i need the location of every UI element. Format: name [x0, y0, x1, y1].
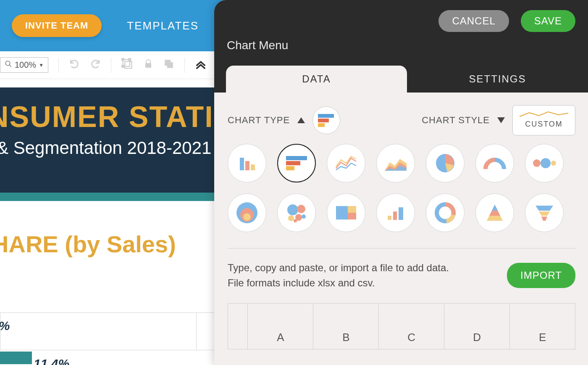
bar-segment — [0, 352, 32, 364]
sheet-col-header[interactable]: A — [247, 304, 313, 349]
svg-point-29 — [297, 205, 305, 213]
svg-rect-6 — [122, 65, 124, 67]
save-button[interactable]: SAVE — [521, 10, 575, 32]
svg-rect-9 — [318, 114, 334, 118]
chart-type-pie-icon[interactable] — [426, 144, 465, 182]
tab-data[interactable]: DATA — [226, 66, 407, 93]
panel-body: CHART TYPE CHART STYLE CUSTOM Type, cop — [214, 93, 588, 365]
section-heading: HARE (by Sales) — [0, 230, 176, 258]
panel-title: Chart Menu — [214, 32, 588, 52]
caret-down-icon: ▼ — [39, 62, 44, 68]
templates-link[interactable]: TEMPLATES — [127, 19, 199, 32]
data-sheet[interactable]: A B C D E — [228, 303, 575, 349]
svg-rect-39 — [399, 207, 403, 220]
svg-marker-43 — [492, 205, 498, 211]
heading-main: HARE — [0, 231, 58, 257]
svg-line-1 — [9, 65, 11, 67]
chart-type-pyramid-icon[interactable] — [475, 193, 514, 232]
svg-rect-10 — [318, 119, 329, 122]
caret-up-icon[interactable] — [297, 117, 305, 123]
svg-marker-45 — [539, 212, 550, 216]
svg-rect-15 — [286, 156, 307, 160]
tab-settings[interactable]: SETTINGS — [407, 66, 588, 93]
svg-rect-36 — [348, 213, 356, 220]
chart-style-custom-button[interactable]: CUSTOM — [512, 105, 575, 135]
import-row: Type, copy and paste, or import a file t… — [228, 260, 575, 291]
chart-type-donut-icon[interactable] — [426, 193, 465, 232]
chart-type-line-icon[interactable] — [327, 144, 365, 182]
svg-rect-17 — [286, 166, 294, 170]
svg-point-30 — [288, 215, 294, 221]
divider — [228, 248, 575, 249]
group-icon[interactable] — [121, 58, 133, 72]
chart-type-bubble-cloud-icon[interactable] — [277, 193, 316, 232]
svg-point-28 — [287, 204, 298, 215]
chart-type-multi-pie-icon[interactable] — [525, 144, 564, 182]
custom-label: CUSTOM — [525, 120, 563, 129]
invite-team-button[interactable]: INVITE TEAM — [12, 14, 102, 37]
divider — [184, 58, 185, 73]
data-label: 1% — [0, 319, 10, 333]
sheet-col-header[interactable]: C — [378, 304, 444, 349]
heading-sub-text: (by Sales) — [65, 231, 176, 257]
chart-type-row: CHART TYPE CHART STYLE CUSTOM — [228, 105, 575, 135]
svg-rect-3 — [125, 61, 131, 68]
divider — [111, 58, 111, 73]
copy-icon[interactable] — [163, 58, 174, 72]
svg-rect-16 — [286, 161, 300, 165]
sheet-col-header[interactable]: D — [444, 304, 509, 349]
svg-point-0 — [5, 61, 10, 66]
panel-tabs: DATA SETTINGS — [226, 66, 588, 93]
chart-type-funnel-icon[interactable] — [525, 193, 564, 232]
cancel-button[interactable]: CANCEL — [438, 10, 509, 32]
redo-icon[interactable] — [90, 58, 101, 72]
undo-icon[interactable] — [69, 58, 80, 72]
collapse-icon[interactable] — [195, 58, 207, 72]
sheet-col-header[interactable]: B — [313, 304, 378, 349]
svg-point-23 — [541, 158, 551, 168]
zoom-value: 100% — [15, 60, 36, 70]
import-hint: Type, copy and paste, or import a file t… — [228, 260, 449, 291]
chart-type-bar-icon[interactable] — [277, 144, 316, 182]
svg-point-32 — [302, 214, 306, 219]
sheet-col-header[interactable]: E — [509, 304, 575, 349]
chart-style-label: CHART STYLE — [422, 115, 490, 126]
svg-rect-14 — [251, 164, 255, 170]
svg-point-33 — [294, 219, 297, 222]
svg-rect-38 — [393, 212, 397, 220]
import-button[interactable]: IMPORT — [507, 263, 575, 288]
svg-rect-5 — [129, 58, 131, 61]
chart-type-treemap-icon[interactable] — [327, 193, 365, 232]
chart-type-preview-icon — [312, 106, 340, 134]
svg-rect-12 — [240, 158, 244, 170]
svg-rect-37 — [388, 216, 391, 220]
svg-rect-34 — [336, 206, 348, 220]
chart-type-column-icon[interactable] — [228, 144, 266, 182]
chart-type-area-icon[interactable] — [376, 144, 415, 182]
lock-icon[interactable] — [143, 58, 153, 72]
chart-type-stacked-bubble-icon[interactable] — [228, 193, 266, 232]
chart-type-pictobar-icon[interactable] — [376, 193, 415, 232]
search-icon — [5, 60, 12, 70]
divider — [58, 58, 59, 73]
panel-header: CANCEL SAVE Chart Menu DATA SETTINGS — [214, 0, 588, 93]
svg-rect-13 — [245, 161, 249, 170]
zoom-select[interactable]: 100% ▼ — [0, 57, 48, 73]
svg-rect-11 — [318, 123, 325, 127]
svg-point-22 — [533, 159, 541, 167]
svg-rect-35 — [348, 206, 356, 213]
svg-rect-8 — [167, 62, 173, 68]
svg-marker-46 — [541, 217, 547, 221]
svg-marker-44 — [536, 206, 553, 211]
data-label: 11.4% — [34, 357, 69, 365]
svg-point-27 — [243, 213, 251, 221]
svg-rect-4 — [122, 58, 124, 61]
caret-down-icon[interactable] — [497, 117, 505, 123]
chart-menu-panel: CANCEL SAVE Chart Menu DATA SETTINGS CHA… — [214, 0, 588, 365]
chart-type-gauge-icon[interactable] — [475, 144, 514, 182]
chart-type-label: CHART TYPE — [228, 115, 290, 126]
chart-type-grid — [228, 144, 575, 232]
sheet-corner — [228, 304, 247, 349]
svg-point-24 — [551, 161, 556, 166]
